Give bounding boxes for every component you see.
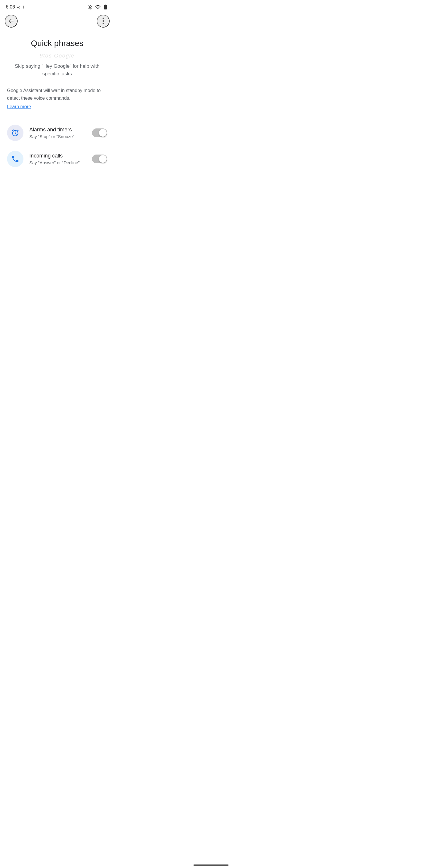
toggle-thumb: [99, 129, 107, 137]
incoming-calls-title: Incoming calls: [29, 153, 86, 159]
phone-icon-wrap: [7, 151, 24, 167]
more-options-button[interactable]: [97, 15, 109, 28]
three-dots-icon: [103, 18, 104, 24]
alarms-timers-title: Alarms and timers: [29, 127, 86, 133]
page-content: Quick phrases 9tos Google Skip saying “H…: [0, 29, 114, 179]
incoming-calls-setting: Incoming calls Say “Answer” or “Decline”: [7, 146, 107, 172]
description-block: Google Assistant will wait in standby mo…: [7, 87, 107, 110]
bell-muted-icon: [87, 4, 93, 10]
status-bar: 6:06 ●: ⬇: [0, 0, 114, 13]
alarms-timers-subtitle: Say “Stop” or “Snooze”: [29, 134, 86, 139]
alarm-clock-icon: [11, 129, 19, 137]
alarm-icon-wrap: [7, 125, 24, 141]
status-left: 6:06 ●: ⬇: [6, 4, 25, 10]
description-text: Google Assistant will wait in standby mo…: [7, 87, 107, 102]
back-button[interactable]: [5, 15, 18, 28]
phone-icon: [11, 155, 19, 163]
page-title: Quick phrases: [7, 39, 107, 48]
battery-icon: [103, 4, 108, 10]
page-subtitle: Skip saying “Hey Google” for help with s…: [7, 62, 107, 78]
status-right: [87, 4, 108, 10]
google-watermark: 9tos Google: [7, 53, 107, 59]
incoming-calls-subtitle: Say “Answer” or “Decline”: [29, 160, 86, 165]
incoming-calls-text: Incoming calls Say “Answer” or “Decline”: [29, 153, 86, 165]
learn-more-link[interactable]: Learn more: [7, 104, 31, 109]
alarms-timers-toggle[interactable]: [92, 128, 107, 137]
status-time: 6:06: [6, 4, 15, 10]
top-nav: [0, 13, 114, 29]
incoming-calls-toggle[interactable]: [92, 155, 107, 163]
alarms-timers-setting: Alarms and timers Say “Stop” or “Snooze”: [7, 120, 107, 146]
back-arrow-icon: [8, 18, 15, 25]
wifi-icon: [95, 4, 101, 10]
download-icon: ⬇: [22, 5, 25, 9]
google-assistant-icon: ●:: [17, 5, 20, 9]
alarms-timers-text: Alarms and timers Say “Stop” or “Snooze”: [29, 127, 86, 139]
toggle-thumb-2: [99, 155, 107, 163]
